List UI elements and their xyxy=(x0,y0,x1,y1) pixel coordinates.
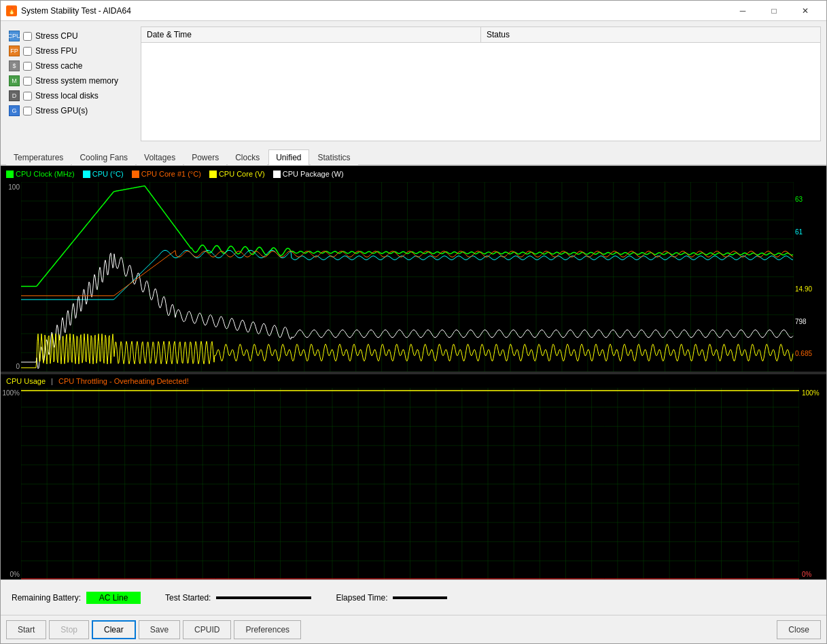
chart2-y-max: 100% xyxy=(1,389,21,397)
tab-statistics[interactable]: Statistics xyxy=(311,149,358,165)
chart2-val-bottom: 0% xyxy=(802,571,825,578)
chart1-canvas xyxy=(21,182,794,372)
legend-cpu-clock-check[interactable]: ✓ xyxy=(6,171,14,178)
stress-cache-label: Stress cache xyxy=(35,61,82,71)
stress-memory-item: M Stress system memory xyxy=(6,74,135,88)
top-section: CPU Stress CPU FP Stress FPU $ Stress ca… xyxy=(1,21,826,147)
close-window-button[interactable]: ✕ xyxy=(790,1,821,21)
bottom-status-bar: Remaining Battery: AC Line Test Started:… xyxy=(1,579,826,615)
start-button[interactable]: Start xyxy=(6,620,46,639)
log-panel: Date & Time Status xyxy=(141,26,821,141)
stress-localdisks-checkbox[interactable] xyxy=(23,92,32,101)
stress-fpu-label: Stress FPU xyxy=(35,46,77,56)
chart2-title-separator: | xyxy=(51,377,53,385)
stress-cpu-item: CPU Stress CPU xyxy=(6,29,135,43)
chart2-y-axis: 100% 0% xyxy=(1,388,21,580)
stress-memory-icon: M xyxy=(9,75,20,86)
stress-cpu-icon: CPU xyxy=(9,31,20,41)
charts-area: ✓ CPU Clock (MHz) ✓ CPU (°C) ✓ CPU Core … xyxy=(1,166,826,579)
legend-cpu-core1-check[interactable]: ✓ xyxy=(132,171,139,178)
chart2-container: CPU Usage | CPU Throttling - Overheating… xyxy=(1,374,826,580)
stress-fpu-checkbox[interactable] xyxy=(23,47,32,56)
chart2-val-top: 100% xyxy=(802,389,825,397)
remaining-battery-label: Remaining Battery: xyxy=(12,593,81,603)
elapsed-time-label: Elapsed Time: xyxy=(336,593,387,603)
tab-unified[interactable]: Unified xyxy=(268,149,309,165)
chart1-val-798: 798 xyxy=(795,318,825,325)
test-started-value xyxy=(216,596,311,599)
stress-fpu-icon: FP xyxy=(9,46,20,56)
legend-cpu-package-w: ✓ CPU Package (W) xyxy=(273,170,344,178)
stress-fpu-item: FP Stress FPU xyxy=(6,44,135,58)
chart1-values-right: 63 61 14.90 798 0.685 xyxy=(794,182,826,372)
chart1-container: ✓ CPU Clock (MHz) ✓ CPU (°C) ✓ CPU Core … xyxy=(1,166,826,372)
preferences-button[interactable]: Preferences xyxy=(234,620,301,639)
legend-cpu-core-v: ✓ CPU Core (V) xyxy=(209,170,265,178)
chart1-legend: ✓ CPU Clock (MHz) ✓ CPU (°C) ✓ CPU Core … xyxy=(1,166,826,182)
legend-cpu-temp-check[interactable]: ✓ xyxy=(83,171,90,178)
main-window: 🔥 System Stability Test - AIDA64 ─ □ ✕ C… xyxy=(0,0,827,644)
elapsed-time-value xyxy=(393,596,447,599)
chart1-val-63: 63 xyxy=(795,196,825,203)
stop-button[interactable]: Stop xyxy=(49,620,89,639)
chart1-val-1490: 14.90 xyxy=(795,285,825,293)
chart1-y-axis: 100 0 xyxy=(1,182,21,372)
cpuid-button[interactable]: CPUID xyxy=(183,620,231,639)
app-icon: 🔥 xyxy=(6,5,17,16)
tab-voltages[interactable]: Voltages xyxy=(137,149,183,165)
window-controls: ─ □ ✕ xyxy=(727,1,821,21)
chart2-title-right: CPU Throttling - Overheating Detected! xyxy=(58,377,189,385)
stress-gpu-icon: G xyxy=(9,105,20,116)
window-title: System Stability Test - AIDA64 xyxy=(21,6,723,16)
stress-gpu-label: Stress GPU(s) xyxy=(35,106,88,115)
stress-gpu-checkbox[interactable] xyxy=(23,107,32,115)
log-header: Date & Time Status xyxy=(141,27,820,43)
button-bar: Start Stop Clear Save CPUID Preferences … xyxy=(1,615,826,643)
chart1-y-max: 100 xyxy=(1,183,21,191)
log-body xyxy=(141,43,820,141)
legend-cpu-package-check[interactable]: ✓ xyxy=(273,171,281,178)
stress-cache-item: $ Stress cache xyxy=(6,59,135,73)
tabs-section: Temperatures Cooling Fans Voltages Power… xyxy=(1,147,826,166)
legend-cpu-core-v-check[interactable]: ✓ xyxy=(209,171,217,178)
stress-cache-checkbox[interactable] xyxy=(23,62,32,71)
chart1-val-0685: 0.685 xyxy=(795,350,825,357)
stress-cpu-label: Stress CPU xyxy=(35,31,78,41)
minimize-button[interactable]: ─ xyxy=(727,1,758,21)
stress-gpu-item: G Stress GPU(s) xyxy=(6,104,135,118)
stress-cpu-checkbox[interactable] xyxy=(23,32,32,41)
stress-memory-checkbox[interactable] xyxy=(23,77,32,86)
tab-powers[interactable]: Powers xyxy=(184,149,226,165)
tab-coolingfans[interactable]: Cooling Fans xyxy=(72,149,135,165)
close-button[interactable]: Close xyxy=(777,620,821,639)
chart2-y-min: 0% xyxy=(1,571,21,578)
clear-button[interactable]: Clear xyxy=(92,620,136,639)
stress-localdisks-label: Stress local disks xyxy=(35,91,99,101)
legend-cpu-core1-temp: ✓ CPU Core #1 (°C) xyxy=(132,170,201,178)
legend-cpu-clock: ✓ CPU Clock (MHz) xyxy=(6,170,75,178)
test-started-label: Test Started: xyxy=(165,593,211,603)
stress-localdisks-item: D Stress local disks xyxy=(6,89,135,103)
stress-memory-label: Stress system memory xyxy=(35,76,118,86)
chart2-values-right: 100% 0% xyxy=(800,388,826,580)
tab-temperatures[interactable]: Temperatures xyxy=(6,149,71,165)
maximize-button[interactable]: □ xyxy=(758,1,790,21)
stress-cache-icon: $ xyxy=(9,60,20,71)
main-content: CPU Stress CPU FP Stress FPU $ Stress ca… xyxy=(1,21,826,643)
chart1-val-61: 61 xyxy=(795,228,825,236)
stress-localdisks-icon: D xyxy=(9,90,20,101)
log-col-datetime: Date & Time xyxy=(141,27,481,42)
legend-cpu-temp: ✓ CPU (°C) xyxy=(83,170,124,178)
tab-clocks[interactable]: Clocks xyxy=(228,149,267,165)
chart2-canvas xyxy=(21,388,799,580)
stress-options-panel: CPU Stress CPU FP Stress FPU $ Stress ca… xyxy=(6,26,135,141)
chart1-y-min: 0 xyxy=(1,363,21,370)
chart2-title-left: CPU Usage xyxy=(6,377,46,385)
remaining-battery-value: AC Line xyxy=(86,592,141,604)
chart2-title-bar: CPU Usage | CPU Throttling - Overheating… xyxy=(1,374,826,388)
title-bar: 🔥 System Stability Test - AIDA64 ─ □ ✕ xyxy=(1,1,826,21)
log-col-status: Status xyxy=(481,27,820,42)
save-button[interactable]: Save xyxy=(139,620,180,639)
